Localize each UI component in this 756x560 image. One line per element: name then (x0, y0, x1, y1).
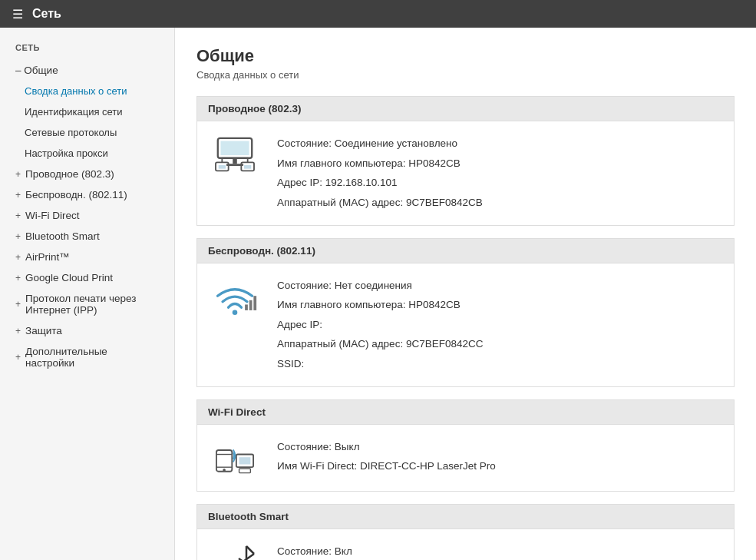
wireless-network-icon (212, 279, 258, 317)
detail-row: Адрес IP: 192.168.10.101 (277, 173, 723, 193)
section-bluetooth-details: Состояние: Вкл (277, 542, 723, 560)
sidebar-item-wifidirect[interactable]: + Wi-Fi Direct (0, 205, 174, 226)
sidebar-section-title: СЕТЬ (0, 43, 174, 60)
detail-row: Аппаратный (MAC) адрес: 9C7BEF0842CC (277, 334, 723, 354)
wired-network-icon (213, 137, 256, 175)
sidebar-item-additional[interactable]: + Дополнительные настройки (0, 341, 174, 373)
top-bar-title: Сеть (32, 7, 61, 21)
section-wired-header: Проводное (802.3) (197, 97, 734, 121)
sidebar-item-label: AirPrint™ (25, 251, 70, 263)
plus-icon: + (15, 231, 21, 242)
sidebar-item-label: Дополнительные настройки (25, 346, 159, 369)
sidebar-item-proxy[interactable]: Настройка прокси (0, 143, 174, 164)
sidebar-item-network-summary[interactable]: Сводка данных о сети (0, 81, 174, 101)
detail-row: Имя Wi-Fi Direct: DIRECT-CC-HP LaserJet … (277, 456, 723, 476)
sidebar-item-label: Wi-Fi Direct (25, 210, 80, 221)
detail-row: Адрес IP: (277, 315, 723, 335)
sidebar-item-ipp[interactable]: + Протокол печати через Интернет (IPP) (0, 288, 174, 320)
detail-row: Состояние: Вкл (277, 542, 723, 560)
svg-point-12 (233, 310, 238, 315)
detail-row: Состояние: Соединение установлено (277, 134, 723, 154)
section-bluetooth: Bluetooth Smart ✗ С (196, 504, 735, 560)
sidebar-item-googlecloud[interactable]: + Google Cloud Print (0, 267, 174, 288)
sidebar-item-label: Настройка прокси (25, 147, 108, 159)
sidebar-item-general[interactable]: – Общие (0, 60, 174, 81)
section-bluetooth-body: ✗ Состояние: Вкл (197, 529, 734, 560)
plus-icon: + (15, 299, 21, 310)
sidebar-item-label: Сводка данных о сети (25, 85, 127, 97)
section-wired-body: Состояние: Соединение установлено Имя гл… (197, 121, 734, 225)
wifidirect-icon-area (208, 437, 262, 479)
section-wireless: Беспроводн. (802.11) (196, 238, 735, 387)
detail-row: Аппаратный (MAC) адрес: 9C7BEF0842CB (277, 193, 723, 213)
sidebar-item-label: Защита (25, 325, 62, 336)
bluetooth-icon-area: ✗ (208, 542, 262, 560)
section-wireless-details: Состояние: Нет соединения Имя главного к… (277, 276, 723, 374)
sidebar-item-label: Проводное (802.3) (25, 168, 114, 180)
bluetooth-icon: ✗ (213, 545, 258, 560)
sidebar-item-label: – Общие (15, 65, 58, 76)
sidebar-item-label: Протокол печати через Интернет (IPP) (25, 293, 159, 316)
svg-rect-22 (239, 469, 251, 473)
plus-icon: + (15, 252, 21, 263)
sidebar-item-airprint[interactable]: + AirPrint™ (0, 247, 174, 267)
detail-row: Состояние: Нет соединения (277, 276, 723, 296)
plus-icon: + (15, 210, 21, 221)
wifidirect-icon (213, 440, 256, 479)
section-wireless-body: Состояние: Нет соединения Имя главного к… (197, 263, 734, 386)
sidebar-item-bluetooth[interactable]: + Bluetooth Smart (0, 226, 174, 247)
section-wired: Проводное (802.3) (196, 96, 735, 226)
sidebar-item-label: Google Cloud Print (25, 272, 113, 283)
top-bar: ☰ Сеть (0, 0, 756, 28)
main-content: Общие Сводка данных о сети Проводное (80… (175, 28, 756, 560)
plus-icon: + (15, 326, 21, 336)
svg-rect-16 (216, 450, 232, 472)
wireless-icon-area (208, 276, 262, 317)
sidebar-item-label: Bluetooth Smart (25, 230, 100, 242)
svg-line-24 (246, 546, 254, 554)
svg-rect-7 (244, 165, 251, 169)
svg-rect-5 (219, 165, 226, 169)
section-wireless-header: Беспроводн. (802.11) (197, 239, 734, 263)
hamburger-icon[interactable]: ☰ (12, 7, 23, 22)
detail-row: Имя главного компьютера: HP0842CB (277, 295, 723, 315)
svg-rect-14 (249, 300, 253, 310)
section-bluetooth-header: Bluetooth Smart (197, 505, 734, 529)
section-wired-details: Состояние: Соединение установлено Имя гл… (277, 134, 723, 213)
sidebar-item-wireless[interactable]: + Беспроводн. (802.11) (0, 184, 174, 205)
page-subtitle: Сводка данных о сети (196, 69, 735, 81)
sidebar-item-label: Идентификация сети (25, 106, 123, 118)
sidebar-item-security[interactable]: + Защита (0, 320, 174, 341)
section-wifidirect: Wi-Fi Direct (196, 399, 735, 492)
sidebar-item-label: Сетевые протоколы (25, 127, 117, 138)
svg-point-19 (223, 469, 226, 472)
plus-icon: + (15, 273, 21, 283)
svg-rect-13 (245, 304, 248, 310)
detail-row: Состояние: Выкл (277, 437, 723, 457)
main-layout: СЕТЬ – Общие Сводка данных о сети Иденти… (0, 28, 756, 560)
svg-rect-21 (239, 457, 251, 464)
svg-rect-1 (220, 141, 249, 156)
svg-rect-2 (233, 158, 237, 164)
section-wifidirect-details: Состояние: Выкл Имя Wi-Fi Direct: DIRECT… (277, 437, 723, 476)
wired-icon-area (208, 134, 262, 175)
sidebar: СЕТЬ – Общие Сводка данных о сети Иденти… (0, 28, 175, 560)
page-title: Общие (196, 46, 735, 66)
detail-row: Имя главного компьютера: HP0842CB (277, 154, 723, 174)
plus-icon: + (15, 352, 21, 363)
sidebar-item-protocols[interactable]: Сетевые протоколы (0, 122, 174, 143)
detail-row: SSID: (277, 354, 723, 374)
svg-rect-15 (253, 296, 256, 310)
plus-icon: + (15, 169, 21, 180)
section-wifidirect-header: Wi-Fi Direct (197, 400, 734, 425)
sidebar-item-wired[interactable]: + Проводное (802.3) (0, 164, 174, 184)
plus-icon: + (15, 190, 21, 200)
sidebar-item-network-id[interactable]: Идентификация сети (0, 101, 174, 122)
section-wifidirect-body: Состояние: Выкл Имя Wi-Fi Direct: DIRECT… (197, 425, 734, 491)
sidebar-item-label: Беспроводн. (802.11) (25, 189, 127, 200)
